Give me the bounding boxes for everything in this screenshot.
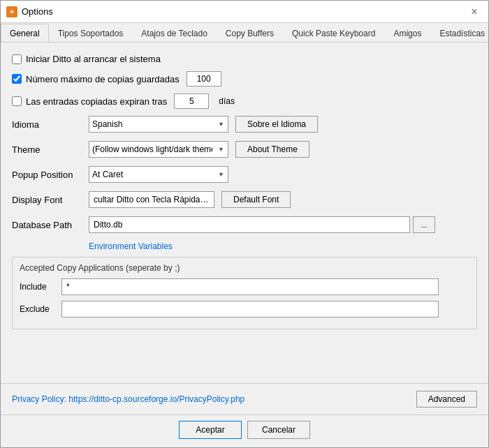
display-font-input[interactable] (89, 191, 214, 208)
accepted-copy-section: Accepted Copy Applications (seperate by … (12, 257, 477, 329)
popup-select-wrapper: At Caret (89, 166, 228, 183)
db-path-input[interactable] (89, 216, 410, 233)
default-font-btn[interactable]: Default Font (221, 191, 291, 208)
close-button[interactable]: × (466, 3, 483, 20)
theme-row: Theme (Follow windows light/dark themes)… (12, 141, 477, 158)
expiry-checkbox[interactable] (12, 96, 22, 106)
expiry-label: Las entradas copiadas expiran tras (26, 96, 167, 107)
advanced-btn[interactable]: Advanced (416, 391, 477, 408)
title-bar-left: » Options (6, 6, 53, 17)
db-path-label: Database Path (12, 220, 89, 230)
display-font-label: Display Font (12, 195, 89, 205)
action-buttons-bar: Aceptar Cancelar (1, 415, 488, 447)
autostart-checkbox[interactable] (12, 54, 22, 64)
tab-estadisticas[interactable]: Estadísticas (430, 24, 488, 43)
popup-label: Popup Position (12, 170, 89, 180)
max-copies-label: Número máximo de copias guardadas (26, 74, 180, 84)
days-label: días (219, 96, 235, 106)
max-copies-checkbox[interactable] (12, 74, 22, 84)
footer-buttons: Advanced (416, 391, 477, 408)
tab-tipos[interactable]: Tipos Soportados (49, 24, 133, 43)
db-path-row: Database Path ... (12, 216, 477, 233)
app-icon: » (6, 6, 17, 17)
popup-row: Popup Position At Caret (12, 166, 477, 183)
exclude-row: Exclude (20, 301, 469, 318)
tab-atajos[interactable]: Atajos de Teclado (132, 24, 217, 43)
expiry-row: Las entradas copiadas expiran tras días (12, 94, 477, 109)
browse-btn[interactable]: ... (413, 216, 435, 233)
env-vars-link[interactable]: Environment Variables (89, 241, 477, 251)
display-font-row: Display Font Default Font (12, 191, 477, 208)
include-input[interactable] (61, 278, 439, 295)
autostart-row: Iniciar Ditto al arrancar el sistema (12, 54, 477, 64)
tab-amigos[interactable]: Amigos (384, 24, 430, 43)
accepted-copy-title: Accepted Copy Applications (seperate by … (20, 263, 469, 273)
theme-select-wrapper: (Follow windows light/dark themes) (89, 141, 228, 158)
tab-copybuffers[interactable]: Copy Buffers (217, 24, 283, 43)
expiry-input[interactable] (174, 94, 209, 109)
exclude-label: Exclude (20, 304, 61, 314)
include-label: Include (20, 282, 61, 292)
theme-select[interactable]: (Follow windows light/dark themes) (89, 141, 228, 158)
cancel-btn[interactable]: Cancelar (247, 421, 310, 439)
idioma-select[interactable]: Spanish (89, 116, 228, 133)
popup-select[interactable]: At Caret (89, 166, 228, 183)
idioma-btn[interactable]: Sobre el Idioma (235, 116, 318, 133)
tabs-bar: General Tipos Soportados Atajos de Tecla… (1, 23, 488, 43)
content-area: Iniciar Ditto al arrancar el sistema Núm… (1, 43, 488, 383)
idioma-select-wrapper: Spanish (89, 116, 228, 133)
tab-general[interactable]: General (1, 24, 49, 43)
idioma-label: Idioma (12, 119, 89, 130)
privacy-link[interactable]: Privacy Policy: https://ditto-cp.sourcef… (12, 394, 245, 404)
autostart-label: Iniciar Ditto al arrancar el sistema (26, 54, 161, 64)
theme-label: Theme (12, 144, 89, 155)
tab-quickpaste[interactable]: Quick Paste Keyboard (283, 24, 384, 43)
options-window: » Options × General Tipos Soportados Ata… (0, 0, 489, 448)
title-bar: » Options × (1, 1, 488, 23)
max-copies-input[interactable] (187, 71, 221, 87)
about-theme-btn[interactable]: About Theme (235, 141, 309, 158)
idioma-row: Idioma Spanish Sobre el Idioma (12, 116, 477, 133)
max-copies-row: Número máximo de copias guardadas (12, 71, 477, 87)
exclude-input[interactable] (61, 301, 439, 318)
window-title: Options (22, 6, 53, 17)
include-row: Include (20, 278, 469, 295)
footer: Privacy Policy: https://ditto-cp.sourcef… (1, 383, 488, 415)
ok-btn[interactable]: Aceptar (179, 421, 242, 439)
